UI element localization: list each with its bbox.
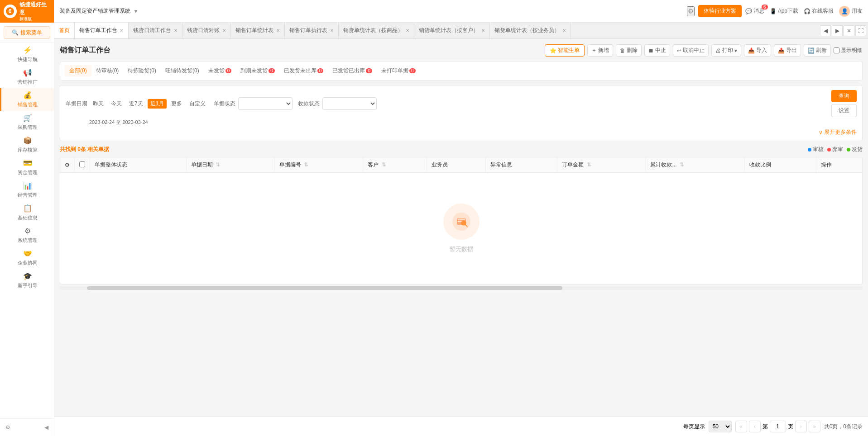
- delete-btn[interactable]: 🗑 删除: [616, 44, 642, 57]
- subtab-all[interactable]: 全部(0): [65, 65, 91, 76]
- tab-sales-workbench[interactable]: 销售订单工作台 ✕: [75, 23, 129, 38]
- online-service-btn[interactable]: 🎧 在线客服: [804, 7, 834, 15]
- tab-home[interactable]: 首页: [54, 23, 75, 38]
- cancel-stop-btn[interactable]: ↩ 取消中止: [673, 44, 709, 57]
- page-last-btn[interactable]: »: [809, 421, 820, 432]
- tab-sales-exec[interactable]: 销售订单执行表 ✕: [285, 23, 339, 38]
- close-sales-exec-tab[interactable]: ✕: [330, 28, 334, 33]
- col-number-header[interactable]: 单据编号 ⇅: [275, 157, 363, 173]
- date-sort-icon[interactable]: ⇅: [216, 161, 220, 168]
- subtab-overdue-not-shipped[interactable]: 到期未发货0: [236, 65, 279, 76]
- horizontal-scrollbar[interactable]: [60, 286, 863, 290]
- collapse-sidebar-btn[interactable]: ◀: [43, 422, 50, 432]
- filter-status-select[interactable]: [238, 97, 293, 110]
- sidebar-item-inventory[interactable]: 📦 库存核算: [0, 133, 54, 156]
- date-1month-btn[interactable]: 近1月: [148, 99, 167, 109]
- subtab-not-shipped[interactable]: 未发货0: [204, 65, 236, 76]
- tab-sales-stats[interactable]: 销售订单统计表 ✕: [231, 23, 285, 38]
- system-dropdown-icon[interactable]: ▼: [133, 8, 139, 14]
- sidebar-item-purchase[interactable]: 🛒 采购管理: [0, 111, 54, 133]
- select-all-checkbox[interactable]: [79, 161, 85, 167]
- sidebar-item-business[interactable]: 📊 经营管理: [0, 179, 54, 201]
- subtab-wangpu-pending[interactable]: 旺铺待发货(0): [161, 65, 204, 76]
- ship-action-btn[interactable]: 发货: [847, 146, 863, 153]
- smart-create-btn[interactable]: ⭐ 智能生单: [545, 44, 585, 57]
- close-sales-stats-tab[interactable]: ✕: [276, 28, 280, 33]
- tabs-next-btn[interactable]: ▶: [832, 25, 843, 36]
- topbar-settings-btn[interactable]: ⚙: [687, 6, 695, 16]
- customer-sort-icon[interactable]: ⇅: [382, 161, 386, 168]
- guide-icon: 🎓: [23, 272, 32, 280]
- date-more-btn[interactable]: 更多: [168, 99, 185, 109]
- date-today-btn[interactable]: 今天: [108, 99, 125, 109]
- export-btn[interactable]: 📤 导出: [774, 44, 801, 57]
- tab-sales-summary-goods[interactable]: 销货单统计表（按商品） ✕: [339, 23, 414, 38]
- subtab-shipped-out[interactable]: 已发货已出库0: [328, 65, 377, 76]
- col-collected-header[interactable]: 累计收款... ⇅: [646, 157, 744, 173]
- import-btn[interactable]: 📥 导入: [744, 44, 771, 57]
- page-next-btn[interactable]: ›: [795, 421, 807, 432]
- close-sales-workbench-tab[interactable]: ✕: [120, 28, 124, 33]
- sidebar-item-quick-nav[interactable]: ⚡ 快捷导航: [0, 43, 54, 66]
- sidebar-bottom: ⚙ ◀: [0, 418, 54, 436]
- page-prev-btn[interactable]: ‹: [749, 421, 761, 432]
- number-sort-icon[interactable]: ⇅: [304, 161, 308, 168]
- tab-cash-daily[interactable]: 钱货日清工作台 ✕: [129, 23, 182, 38]
- sidebar-item-system[interactable]: ⚙ 系统管理: [0, 224, 54, 246]
- logo-text: 畅捷通好生意 标准版: [19, 1, 50, 22]
- scrollbar-thumb[interactable]: [87, 286, 562, 290]
- settings-bottom-btn[interactable]: ⚙: [4, 422, 12, 432]
- tab-sales-summary-staff[interactable]: 销货单统计表（按业务员） ✕: [490, 23, 571, 38]
- date-7days-btn[interactable]: 近7天: [126, 99, 146, 109]
- refresh-btn[interactable]: 🔄 刷新: [804, 44, 831, 57]
- close-sales-summary-staff-tab[interactable]: ✕: [562, 28, 566, 33]
- search-menu-button[interactable]: 🔍 搜索菜单: [4, 26, 50, 39]
- query-btn[interactable]: 查询: [831, 90, 857, 102]
- print-btn[interactable]: 🖨 打印 ▾: [711, 44, 741, 57]
- amount-sort-icon[interactable]: ⇅: [587, 161, 591, 168]
- tab-sales-summary-customer[interactable]: 销货单统计表（按客户） ✕: [414, 23, 490, 38]
- date-yesterday-btn[interactable]: 昨天: [90, 99, 106, 109]
- close-sales-summary-goods-tab[interactable]: ✕: [406, 28, 409, 33]
- per-page-select[interactable]: 50 100 200: [709, 421, 732, 432]
- user-avatar-area[interactable]: 👤 用友: [839, 6, 863, 17]
- close-cash-daily-tab[interactable]: ✕: [174, 28, 177, 33]
- add-btn[interactable]: ＋ 新增: [587, 44, 613, 57]
- filter-set-btn[interactable]: 设置: [831, 104, 857, 117]
- sidebar-item-sales[interactable]: 💰 销售管理: [0, 88, 54, 111]
- sidebar-item-finance[interactable]: 💳 资金管理: [0, 156, 54, 179]
- subtab-pending-review[interactable]: 待审核(0): [91, 65, 124, 76]
- sidebar-item-guide[interactable]: 🎓 新手引导: [0, 269, 54, 292]
- col-settings-header[interactable]: ⚙: [60, 157, 75, 173]
- close-cash-reconcile-tab[interactable]: ✕: [222, 28, 226, 33]
- page-first-btn[interactable]: «: [735, 421, 747, 432]
- col-amount-header[interactable]: 订单金额 ⇅: [557, 157, 646, 173]
- tabs-close-btn[interactable]: ✕: [844, 25, 854, 36]
- anti-review-action-btn[interactable]: 弃审: [827, 146, 843, 153]
- tab-cash-reconcile[interactable]: 钱货日清对账 ✕: [182, 23, 231, 38]
- sidebar-item-enterprise[interactable]: 🤝 企业协同: [0, 246, 54, 269]
- purchase-icon: 🛒: [23, 114, 32, 122]
- sidebar-item-marketing[interactable]: 📢 营销推广: [0, 66, 54, 88]
- review-action-btn[interactable]: 审核: [808, 146, 824, 153]
- tabs-fullscreen-btn[interactable]: ⛶: [855, 25, 866, 36]
- subtab-pending-inspect[interactable]: 待拣验货(0): [123, 65, 161, 76]
- col-date-header[interactable]: 单据日期 ⇅: [186, 157, 274, 173]
- date-custom-btn[interactable]: 自定义: [187, 99, 208, 109]
- message-btn[interactable]: 💬 消息 6: [745, 7, 764, 15]
- sidebar-item-basic[interactable]: 📋 基础信息: [0, 201, 54, 224]
- app-download-btn[interactable]: 📱 App下载: [770, 7, 798, 15]
- industry-solution-btn[interactable]: 体验行业方案: [698, 5, 742, 17]
- filter-payment-select[interactable]: [322, 97, 377, 110]
- close-sales-summary-customer-tab[interactable]: ✕: [481, 28, 485, 33]
- stop-btn[interactable]: ⏹ 中止: [644, 44, 670, 57]
- subtab-not-printed[interactable]: 未打印单据0: [377, 65, 420, 76]
- collected-sort-icon[interactable]: ⇅: [680, 161, 684, 168]
- show-detail-checkbox-label[interactable]: 显示明细: [834, 47, 863, 54]
- col-customer-header[interactable]: 客户 ⇅: [363, 157, 427, 173]
- show-detail-checkbox[interactable]: [834, 47, 839, 53]
- subtab-shipped-not-out[interactable]: 已发货未出库0: [279, 65, 328, 76]
- tabs-prev-btn[interactable]: ◀: [820, 25, 831, 36]
- page-number-input[interactable]: [770, 421, 786, 432]
- filter-expand-btn[interactable]: ∨ 展开更多条件: [819, 128, 857, 136]
